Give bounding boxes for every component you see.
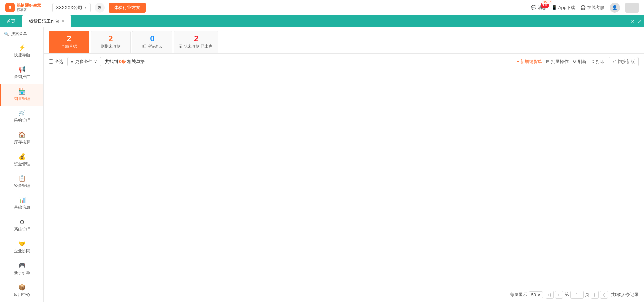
stat-tab-overdue[interactable]: 2 到期未收款: [91, 31, 131, 53]
tab-bar: 首页 钱货日清工作台 ✕ ✕ ⤢: [0, 15, 644, 27]
batch-icon: ⊞: [546, 59, 550, 64]
sidebar-label-inventory: 库存核算: [14, 139, 30, 145]
page-number-input[interactable]: [570, 291, 584, 299]
sidebar-label-sales: 销售管理: [14, 96, 30, 102]
tab-minimize-button[interactable]: ✕: [631, 19, 635, 24]
page-size-selector: 每页显示 50 ∨: [510, 291, 543, 298]
avatar-icon: 👤: [612, 5, 618, 10]
logo-icon: 6: [5, 3, 15, 12]
main-layout: 🔍 搜索菜单 ⚡ 快捷导航 📢 营销推广 🏪 销售管理 🛒 采购管理 🏠 库存核…: [0, 27, 644, 302]
sidebar-item-basic-info[interactable]: 📊 基础信息: [0, 193, 43, 215]
trial-button[interactable]: 体验行业方案: [109, 3, 146, 13]
sales-icon: 🏪: [19, 88, 25, 95]
search-menu[interactable]: 🔍 搜索菜单: [0, 27, 43, 40]
last-page-button[interactable]: ⟩⟩: [600, 291, 608, 299]
toolbar-right: + 新增销货单 ⊞ 批量操作 ↻ 刷新 🖨 打印 ⇄ 切换新版: [517, 57, 639, 66]
quick-nav-icon: ⚡: [19, 44, 25, 51]
sidebar-item-marketing[interactable]: 📢 营销推广: [0, 62, 43, 84]
gear-icon: ⚙: [97, 5, 102, 10]
app-download-button[interactable]: 📱 App下载: [552, 5, 575, 11]
user-name-area[interactable]: [625, 3, 639, 13]
refresh-button[interactable]: ↻ 刷新: [573, 59, 586, 65]
settings-button[interactable]: ⚙: [95, 3, 105, 13]
sidebar-item-inventory[interactable]: 🏠 库存核算: [0, 127, 43, 149]
search-menu-label: 搜索菜单: [11, 31, 27, 37]
page-suffix: 页: [585, 292, 589, 298]
online-service-button[interactable]: 🎧 在线客服: [580, 5, 604, 11]
next-page-button[interactable]: ⟩: [591, 291, 599, 299]
sidebar-item-purchase[interactable]: 🛒 采购管理: [0, 106, 43, 127]
sidebar-item-quick-nav[interactable]: ⚡ 快捷导航: [0, 40, 43, 62]
search-icon: 🔍: [4, 32, 9, 36]
online-service-label: 在线客服: [587, 5, 604, 11]
tab-close-icon[interactable]: ✕: [61, 19, 65, 24]
logo-area: 6 畅捷通好生意 标准版: [5, 3, 49, 12]
page-label: 第: [565, 292, 569, 298]
tab-bar-actions: ✕ ⤢: [631, 19, 644, 24]
tab-workbench-label: 钱货日清工作台: [29, 18, 59, 24]
sidebar-label-app-center: 应用中心: [14, 292, 30, 298]
select-all-label: 全选: [55, 59, 63, 65]
stat-label-wangpu: 旺辅待确认: [138, 44, 167, 49]
found-prefix: 共找到: [105, 59, 118, 64]
print-icon: 🖨: [590, 59, 595, 64]
page-size-value: 50: [531, 292, 536, 297]
guide-icon: 🎮: [19, 262, 25, 269]
header-right: 💬 消息 99+ OfTEn 📱 App下载 🎧 在线客服 👤: [531, 3, 639, 13]
service-icon: 🎧: [580, 5, 586, 10]
filter-label: 更多条件: [75, 59, 93, 65]
sidebar: 🔍 搜索菜单 ⚡ 快捷导航 📢 营销推广 🏪 销售管理 🛒 采购管理 🏠 库存核…: [0, 27, 44, 302]
tab-home-label: 首页: [7, 18, 15, 24]
tab-workbench[interactable]: 钱货日清工作台 ✕: [22, 15, 71, 27]
batch-operation-button[interactable]: ⊞ 批量操作: [546, 59, 569, 65]
message-button[interactable]: 💬 消息 99+ OfTEn: [531, 5, 546, 11]
basic-info-icon: 📊: [19, 197, 25, 203]
often-label: OfTEn: [542, 0, 552, 4]
add-sales-order-button[interactable]: + 新增销货单: [517, 59, 542, 65]
header-center: ⚙ 体验行业方案: [95, 3, 531, 13]
refresh-icon: ↻: [573, 59, 576, 64]
sidebar-label-basic-info: 基础信息: [14, 205, 30, 210]
sidebar-label-marketing: 营销推广: [14, 74, 30, 80]
empty-content: [44, 70, 644, 204]
sidebar-label-quick-nav: 快捷导航: [14, 52, 30, 58]
stat-tab-all[interactable]: 2 全部单据: [49, 31, 89, 53]
sidebar-label-guide: 新手引导: [14, 270, 30, 276]
page-size-select-box[interactable]: 50 ∨: [529, 291, 543, 298]
company-dropdown-icon: ▼: [84, 6, 87, 9]
sidebar-item-enterprise[interactable]: 🤝 企业协同: [0, 236, 43, 258]
marketing-icon: 📢: [19, 66, 25, 73]
select-all-checkbox[interactable]: 全选: [49, 59, 63, 65]
stat-num-all: 2: [55, 34, 84, 44]
operations-icon: 📋: [19, 175, 25, 182]
stat-tab-wangpu[interactable]: 0 旺辅待确认: [132, 31, 172, 53]
switch-version-button[interactable]: ⇄ 切换新版: [609, 57, 639, 66]
stat-tab-overdue-shipped[interactable]: 2 到期未收款 已出库: [174, 31, 218, 53]
stat-num-overdue-shipped: 2: [179, 34, 213, 44]
first-page-button[interactable]: ⟨⟨: [546, 291, 554, 299]
sidebar-label-system: 系统管理: [14, 227, 30, 232]
filter-button[interactable]: ≡ 更多条件 ∨: [67, 57, 101, 66]
sidebar-item-system[interactable]: ⚙ 系统管理: [0, 215, 43, 236]
stat-label-overdue-shipped: 到期未收款 已出库: [179, 44, 213, 49]
tab-maximize-button[interactable]: ⤢: [637, 19, 641, 24]
sidebar-item-guide[interactable]: 🎮 新手引导: [0, 258, 43, 280]
sidebar-label-enterprise: 企业协同: [14, 248, 30, 254]
sidebar-item-operations[interactable]: 📋 经营管理: [0, 171, 43, 193]
switch-icon: ⇄: [612, 59, 616, 64]
sidebar-item-finance[interactable]: 💰 资金管理: [0, 149, 43, 171]
avatar[interactable]: 👤: [610, 3, 620, 13]
company-selector[interactable]: XXXXXX公司 ▼: [52, 3, 91, 12]
found-text: 共找到 0条 相关单据: [105, 59, 145, 65]
filter-dropdown-icon: ∨: [94, 59, 97, 64]
pagination-bar: 每页显示 50 ∨ ⟨⟨ ⟨ 第 页 ⟩ ⟩⟩ 共0页,0条记录: [44, 287, 644, 302]
sidebar-item-app-center[interactable]: 📦 应用中心: [0, 280, 43, 302]
total-label: 共0页,0条记录: [611, 292, 639, 298]
page-size-arrow: ∨: [537, 292, 541, 297]
tab-home[interactable]: 首页: [0, 15, 22, 27]
print-button[interactable]: 🖨 打印: [590, 59, 605, 65]
logo-label: 畅捷通好生意: [17, 3, 41, 8]
prev-page-button[interactable]: ⟨: [555, 291, 563, 299]
sidebar-item-sales[interactable]: 🏪 销售管理: [0, 84, 43, 106]
select-all-input[interactable]: [49, 59, 53, 64]
